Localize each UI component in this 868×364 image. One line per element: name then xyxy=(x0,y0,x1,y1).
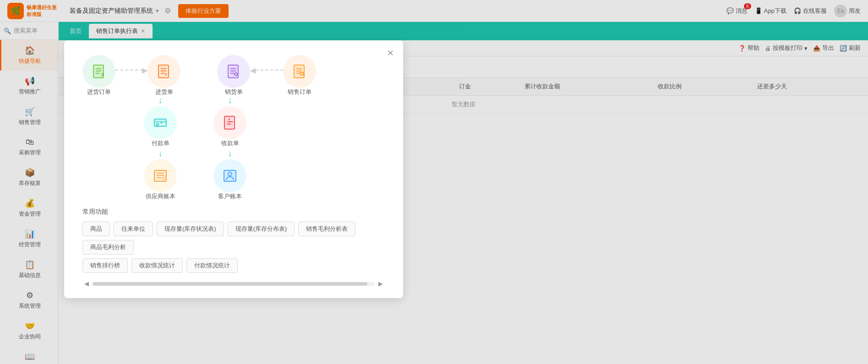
flow-popup: ✕ 进货订单 ▶ xyxy=(64,40,403,298)
func-btn-stock-dist[interactable]: 现存量(库存分布表) xyxy=(228,222,295,236)
flow-node-purchase-receipt[interactable]: 进货单 xyxy=(147,55,180,96)
receipt-label: 收款单 xyxy=(221,139,239,147)
flow-node-receipt[interactable]: ¥ 收款单 xyxy=(213,106,246,147)
flow-node-supplier-ledger[interactable]: 供应商账本 xyxy=(144,159,177,201)
scroll-right-icon[interactable]: ▶ xyxy=(377,280,385,287)
popup-scrollbar[interactable] xyxy=(93,282,375,286)
sales-order-icon xyxy=(283,55,316,88)
func-buttons: 商品 往来单位 现存量(库存状况表) 现存量(库存分布表) 销售毛利分析表 商品… xyxy=(82,222,385,255)
purchase-order-label: 进货订单 xyxy=(87,88,111,96)
common-functions: 常用功能 商品 往来单位 现存量(库存状况表) 现存量(库存分布表) 销售毛利分… xyxy=(82,208,385,273)
sales-receipt-label: 销货单 xyxy=(225,88,243,96)
popup-close-button[interactable]: ✕ xyxy=(385,48,396,59)
svg-rect-10 xyxy=(228,65,238,78)
sales-order-label: 销售订单 xyxy=(288,88,311,96)
scrollbar-thumb xyxy=(93,282,367,286)
sales-receipt-icon xyxy=(217,55,250,88)
func-btn-payment-stats[interactable]: 付款情况统计 xyxy=(186,258,238,273)
flow-node-customer-ledger[interactable]: 客户账本 xyxy=(213,159,246,201)
svg-rect-16 xyxy=(294,65,304,78)
svg-rect-35 xyxy=(162,176,165,180)
supplier-ledger-label: 供应商账本 xyxy=(146,192,175,201)
flow-node-purchase-order[interactable]: 进货订单 xyxy=(82,55,115,96)
func-btn-receipt-stats[interactable]: 收款情况统计 xyxy=(131,258,183,273)
flow-node-sales-receipt[interactable]: 销货单 xyxy=(217,55,250,96)
func-btn-sales-margin[interactable]: 销售毛利分析表 xyxy=(298,222,355,236)
svg-text:¥: ¥ xyxy=(160,120,163,125)
func-btn-stock-status[interactable]: 现存量(库存状况表) xyxy=(157,222,224,236)
purchase-receipt-icon xyxy=(147,55,180,88)
func-btn-sales-rank[interactable]: 销售排行榜 xyxy=(82,258,128,273)
func-btn-counterpart[interactable]: 往来单位 xyxy=(114,222,153,236)
svg-text:¥: ¥ xyxy=(228,117,230,121)
common-title: 常用功能 xyxy=(82,208,385,216)
flow-node-sales-order[interactable]: 销售订单 xyxy=(283,55,316,96)
payment-label: 付款单 xyxy=(152,139,169,147)
popup-overlay: ✕ 进货订单 ▶ xyxy=(0,0,868,364)
purchase-order-icon xyxy=(82,55,115,88)
payment-icon: ¥ xyxy=(144,106,177,139)
customer-ledger-label: 客户账本 xyxy=(218,192,242,201)
func-buttons-row2: 销售排行榜 收款情况统计 付款情况统计 xyxy=(82,258,385,273)
purchase-receipt-label: 进货单 xyxy=(155,88,173,96)
supplier-ledger-icon xyxy=(144,159,177,192)
receipt-icon: ¥ xyxy=(213,106,246,139)
svg-rect-5 xyxy=(158,65,169,78)
func-btn-product-margin[interactable]: 商品毛利分析 xyxy=(82,240,134,255)
popup-scroll: ◀ ▶ xyxy=(82,280,385,287)
flow-node-payment[interactable]: ¥ 付款单 xyxy=(144,106,177,147)
customer-ledger-icon xyxy=(213,159,246,192)
scroll-left-icon[interactable]: ◀ xyxy=(82,280,91,287)
func-btn-product[interactable]: 商品 xyxy=(82,222,110,236)
arrow-po-to-pr: ▶ xyxy=(115,66,147,86)
